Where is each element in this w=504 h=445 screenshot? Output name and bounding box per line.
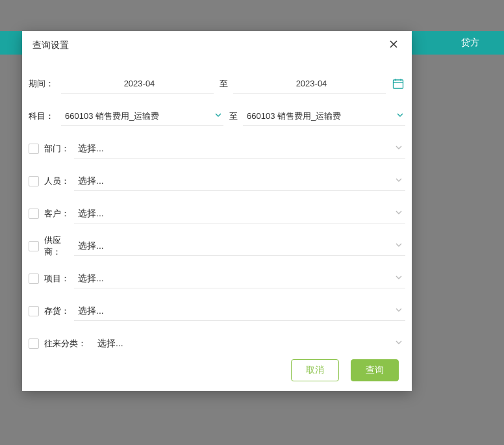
chevron-down-icon [395, 209, 403, 218]
query-settings-modal: 查询设置 期间： 至 科目： 66010 [22, 31, 412, 391]
dept-checkbox[interactable] [29, 144, 39, 154]
chevron-down-icon [395, 273, 403, 283]
cancel-button[interactable]: 取消 [291, 359, 339, 381]
query-button[interactable]: 查询 [351, 359, 399, 381]
dept-placeholder: 选择... [78, 143, 104, 155]
period-from-input[interactable] [61, 74, 214, 94]
inventory-checkbox[interactable] [29, 306, 39, 316]
account-label: 科目： [29, 110, 61, 122]
person-row: 人员： 选择... [29, 168, 405, 195]
customer-placeholder: 选择... [78, 208, 104, 220]
category-label: 往来分类： [44, 338, 94, 350]
person-checkbox[interactable] [29, 176, 39, 186]
header-credit-label: 贷方 [461, 37, 479, 49]
chevron-down-icon [395, 176, 403, 186]
project-select[interactable]: 选择... [74, 269, 405, 288]
modal-title: 查询设置 [32, 40, 69, 51]
supplier-placeholder: 选择... [78, 240, 104, 252]
account-to-label: 至 [223, 110, 243, 122]
project-row: 项目： 选择... [29, 265, 405, 292]
chevron-down-icon [395, 338, 403, 348]
customer-select[interactable]: 选择... [74, 204, 405, 223]
account-to-select[interactable]: 660103 销售费用_运输费 [243, 107, 405, 126]
account-to-value: 660103 销售费用_运输费 [247, 110, 341, 122]
person-placeholder: 选择... [78, 175, 104, 187]
category-select[interactable]: 选择... [94, 334, 405, 350]
supplier-checkbox[interactable] [29, 241, 39, 251]
customer-label: 客户： [44, 208, 74, 220]
account-from-value: 660103 销售费用_运输费 [65, 110, 159, 122]
chevron-down-icon [396, 111, 404, 121]
person-label: 人员： [44, 175, 74, 187]
close-icon[interactable] [386, 35, 401, 55]
dept-label: 部门： [44, 143, 74, 155]
modal-header: 查询设置 [22, 31, 412, 60]
inventory-row: 存货： 选择... [29, 298, 405, 325]
chevron-down-icon [214, 111, 222, 121]
modal-footer: 取消 查询 [22, 350, 412, 391]
supplier-row: 供应商： 选择... [29, 233, 405, 260]
category-placeholder: 选择... [97, 338, 123, 350]
customer-row: 客户： 选择... [29, 200, 405, 227]
category-checkbox[interactable] [29, 338, 39, 349]
account-row: 科目： 660103 销售费用_运输费 至 660103 销售费用_运输费 [29, 103, 405, 130]
chevron-down-icon [395, 144, 403, 153]
person-select[interactable]: 选择... [74, 172, 405, 191]
customer-checkbox[interactable] [29, 209, 39, 219]
period-label: 期间： [29, 78, 61, 90]
supplier-label: 供应商： [44, 235, 74, 258]
period-row: 期间： 至 [29, 70, 405, 97]
svg-rect-0 [394, 80, 403, 88]
chevron-down-icon [395, 306, 403, 316]
account-from-select[interactable]: 660103 销售费用_运输费 [61, 107, 223, 126]
dept-select[interactable]: 选择... [74, 139, 405, 159]
supplier-select[interactable]: 选择... [74, 236, 405, 256]
cancel-button-label: 取消 [306, 364, 324, 376]
period-to-input[interactable] [233, 74, 386, 94]
project-label: 项目： [44, 273, 74, 285]
category-row: 往来分类： 选择... [29, 330, 405, 350]
calendar-icon[interactable] [391, 78, 405, 90]
inventory-label: 存货： [44, 305, 74, 317]
inventory-placeholder: 选择... [78, 305, 104, 317]
period-to-label: 至 [214, 78, 233, 90]
inventory-select[interactable]: 选择... [74, 301, 405, 321]
chevron-down-icon [395, 241, 403, 251]
modal-body[interactable]: 期间： 至 科目： 660103 销售费用_运输费 [22, 60, 412, 350]
project-checkbox[interactable] [29, 273, 39, 284]
project-placeholder: 选择... [78, 273, 104, 285]
query-button-label: 查询 [366, 364, 384, 376]
dept-row: 部门： 选择... [29, 135, 405, 162]
